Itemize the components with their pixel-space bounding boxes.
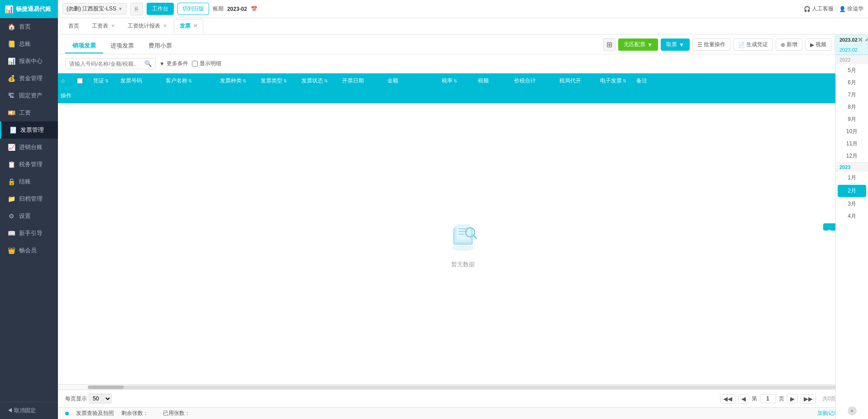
tab-salary-report-close[interactable]: ✕ [163,23,167,29]
th-star: ☆ [58,73,74,88]
date-panel-scroll-down[interactable]: ▼ [848,406,857,415]
date-panel-close-button[interactable]: ✕ [858,36,863,43]
sidebar-item-archive[interactable]: 📁 归档管理 [0,190,58,207]
guide-icon: 📖 [7,230,15,237]
grid-view-button[interactable]: ⊞ [603,38,615,51]
search-input[interactable] [66,59,141,69]
tab-home-label: 首页 [68,22,79,30]
batch-op-label: 批量操作 [704,41,725,48]
empty-state: 暂无数据 [58,103,868,384]
month-2022-6[interactable]: 6月 [836,77,868,89]
sidebar-item-home[interactable]: 🏠 首页 [0,18,58,35]
sidebar-item-settings[interactable]: ⚙ 设置 [0,207,58,225]
main-area: (勿删) 江西股宝-LSS ▼ ⎘ 工作台 切到旧版 账期 2023-02 📅 … [58,0,868,419]
sidebar-item-guide[interactable]: 📖 新手引导 [0,225,58,242]
user-name: 徐溢华 [847,5,863,13]
generate-voucher-button[interactable]: 📄 生成凭证 [733,39,773,51]
topbar-right: 🎧 人工客服 👤 徐溢华 [804,5,863,13]
period-value: 2023-02 [227,6,247,12]
date-panel-scroll: 2022 5月 6月 7月 8月 9月 10月 11月 12月 2023 1月 … [836,55,868,419]
sub-tab-sales-invoice-label: 销项发票 [72,42,96,49]
assets-icon: 🏗 [7,92,15,99]
page-number-input[interactable] [760,394,776,403]
month-2023-3[interactable]: 3月 [836,198,868,210]
sidebar-item-invoice[interactable]: 🧾 发票管理 [0,121,58,139]
next-page-button[interactable]: ▶ [787,394,798,404]
tab-home[interactable]: 首页 [62,19,85,33]
company-selector[interactable]: (勿删) 江西股宝-LSS ▼ [62,3,127,14]
sidebar-item-ledger[interactable]: 📒 总账 [0,35,58,53]
tab-invoice-close[interactable]: ✕ [193,23,197,29]
search-button[interactable]: 🔍 [141,58,156,69]
sidebar-item-label: 工资 [19,109,31,117]
batch-op-button[interactable]: ☰ 批量操作 [692,39,730,51]
sub-tab-sales-invoice[interactable]: 销项发票 [65,39,103,53]
filter-button[interactable]: ▼ 更多条件 [159,60,188,67]
video-button[interactable]: ▶ 视频 [805,39,831,51]
sidebar-item-reports[interactable]: 📊 报表中心 [0,53,58,70]
month-2022-10[interactable]: 10月 [836,125,868,138]
copy-button[interactable]: ⎘ [130,3,143,15]
date-panel: 2023.02 ✕ ⤢ 2023.02 2022 5月 6月 7月 8月 9月 … [835,34,868,419]
period-calendar-icon[interactable]: 📅 [251,6,258,12]
page-size-select[interactable]: 50 100 200 [89,394,112,404]
service-button[interactable]: 🎧 人工客服 [804,5,834,13]
open-period-button[interactable]: 开账日期 [823,223,835,231]
settings-icon: ⚙ [7,212,15,220]
last-page-button[interactable]: ▶▶ [801,394,816,404]
search-box[interactable]: 🔍 [65,58,156,69]
tab-salary-close[interactable]: ✕ [111,23,115,29]
month-2022-7[interactable]: 7月 [836,89,868,101]
svg-line-8 [473,236,477,239]
prev-page-button[interactable]: ◀ [738,394,749,404]
tab-salary-report-label: 工资统计报表 [128,22,160,30]
workbench-button[interactable]: 工作台 [147,3,174,15]
month-2022-12[interactable]: 12月 [836,150,868,162]
take-ticket-button[interactable]: 取票 ▼ [661,39,690,51]
select-all-checkbox[interactable] [77,78,83,84]
th-type-sort: ⇅ [243,78,246,83]
month-2022-5[interactable]: 5月 [836,64,868,77]
tab-salary[interactable]: 工资表 ✕ [86,19,121,33]
tab-invoice[interactable]: 发票 ✕ [174,19,203,33]
show-detail-checkbox-label[interactable]: 显示明细 [192,60,221,67]
sidebar-item-funds[interactable]: 💰 资金管理 [0,70,58,87]
take-ticket-label: 取票 [666,41,677,48]
th-invoice-no: 发票号码 [118,73,163,88]
th-action: 操作 [58,88,74,103]
date-panel-maximize-button[interactable]: ⤢ [865,36,868,43]
sidebar-item-salary[interactable]: 💴 工资 [0,104,58,121]
th-status-sort: ⇅ [324,78,328,83]
content-area: 销项发票 进项发票 费用小票 ⊞ 无匹配票 ▼ 取票 ▼ ☰ [58,34,868,419]
sidebar-item-closing[interactable]: 🔒 结账 [0,173,58,190]
sidebar-item-vip[interactable]: 👑 畅会员 [0,242,58,259]
user-menu[interactable]: 👤 徐溢华 [839,5,863,13]
user-avatar-icon: 👤 [839,6,846,12]
first-page-button[interactable]: ◀◀ [720,394,735,404]
period-label: 账期 [213,5,224,13]
month-2022-9[interactable]: 9月 [836,113,868,125]
switch-version-button[interactable]: 切到旧版 [177,3,209,15]
batch-op-icon: ☰ [697,42,702,48]
page-label: 第 [752,395,757,403]
month-2022-8[interactable]: 8月 [836,101,868,113]
month-2023-1[interactable]: 1月 [836,172,868,184]
new-button[interactable]: ⊕ 新增 [776,39,802,51]
month-2022-11[interactable]: 11月 [836,138,868,150]
video-icon: ▶ [810,42,814,48]
month-2023-4[interactable]: 4月 [836,210,868,222]
sidebar-item-assets[interactable]: 🏗 固定资产 [0,87,58,104]
topbar: (勿删) 江西股宝-LSS ▼ ⎘ 工作台 切到旧版 账期 2023-02 📅 … [58,0,868,18]
sidebar-item-tax[interactable]: 📋 税务管理 [0,156,58,173]
no-match-button[interactable]: 无匹配票 ▼ [618,39,658,51]
sidebar-item-sales[interactable]: 📈 进销台账 [0,139,58,156]
sidebar-collapse[interactable]: ◀ 取消固定 [0,402,58,419]
month-2023-2[interactable]: 2月 [838,185,866,197]
tab-salary-report[interactable]: 工资统计报表 ✕ [122,19,173,33]
date-panel-title: 2023.02 [839,37,858,43]
sub-tab-purchase-invoice[interactable]: 进项发票 [103,39,141,53]
sub-tab-expense-receipt[interactable]: 费用小票 [141,39,179,53]
search-toolbar: 🔍 ▼ 更多条件 显示明细 [58,54,868,73]
th-checkbox[interactable] [74,73,91,88]
show-detail-checkbox[interactable] [192,61,198,67]
